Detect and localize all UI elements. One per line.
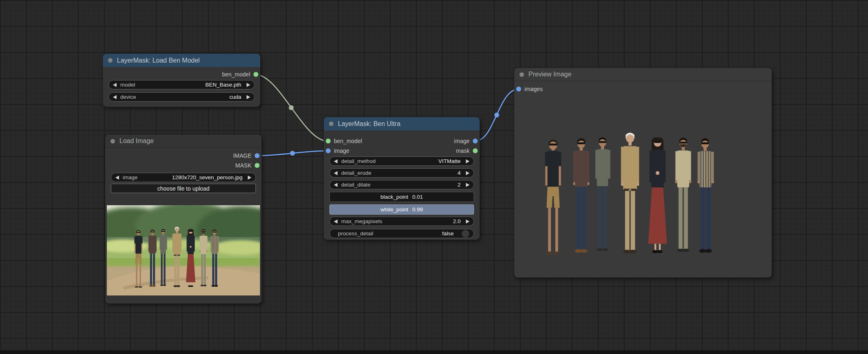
slider-black-point[interactable]: black_point 0.01 [329, 192, 474, 202]
toggle-knob-icon[interactable] [461, 230, 470, 238]
arrow-left-icon[interactable] [113, 83, 117, 87]
widget-model[interactable]: model BEN_Base.pth [108, 80, 255, 89]
widget-label: detail_erode [341, 170, 371, 176]
arrow-right-icon[interactable] [247, 95, 250, 99]
node-ben-ultra[interactable]: LayerMask: Ben Ultra ben_model image ima… [324, 117, 480, 240]
wire-midpoint-dot[interactable] [494, 113, 499, 117]
input-label: image [334, 148, 349, 154]
loaded-image-preview[interactable] [107, 205, 260, 295]
output-socket-image[interactable] [255, 153, 260, 158]
output-socket-mask[interactable] [473, 148, 478, 153]
node-title: Load Image [119, 137, 154, 145]
collapse-dot-icon[interactable] [520, 72, 524, 77]
node-title: LayerMask: Load Ben Model [117, 57, 200, 64]
widget-max-megapixels[interactable]: max_megapixels 2.0 [329, 217, 474, 226]
arrow-left-icon[interactable] [334, 219, 338, 224]
output-socket-ben-model[interactable] [253, 72, 258, 77]
widget-value: BEN_Base.pth [205, 82, 243, 88]
node-graph-canvas[interactable]: LayerMask: Load Ben Model ben_model mode… [0, 0, 868, 354]
node-load-ben-model[interactable]: LayerMask: Load Ben Model ben_model mode… [103, 54, 260, 107]
widget-value: cuda [229, 94, 243, 100]
choose-file-button[interactable]: choose file to upload [111, 184, 256, 193]
arrow-right-icon[interactable] [247, 83, 250, 87]
widget-value: 2 [457, 182, 462, 188]
collapse-dot-icon[interactable] [329, 122, 333, 126]
widget-value: 4 [457, 170, 462, 176]
slider-value: 0.99 [412, 206, 423, 213]
arrow-right-icon[interactable] [248, 176, 251, 180]
arrow-left-icon[interactable] [334, 171, 338, 175]
collapse-dot-icon[interactable] [108, 58, 113, 63]
toggle-value: false [442, 230, 455, 237]
output-socket-mask[interactable] [255, 163, 260, 168]
node-header[interactable]: LayerMask: Ben Ultra [324, 117, 480, 130]
widget-detail-dilate[interactable]: detail_dilate 2 [329, 180, 474, 189]
input-label: ben_model [334, 138, 362, 144]
arrow-left-icon[interactable] [113, 95, 117, 99]
widget-image-file[interactable]: image 1280x720_seven_person.jpg [111, 173, 256, 182]
widget-label: image [123, 174, 138, 180]
node-load-image[interactable]: Load Image IMAGE MASK image 1280x720_sev… [105, 135, 262, 304]
arrow-right-icon[interactable] [466, 171, 470, 175]
slider-value: 0.01 [412, 194, 423, 200]
widget-label: max_megapixels [341, 218, 382, 224]
cutout-seven-people [534, 122, 753, 257]
collapse-dot-icon[interactable] [110, 139, 115, 143]
node-header[interactable]: Load Image [105, 135, 262, 148]
toggle-process-detail[interactable]: process_detail false [329, 229, 474, 238]
widget-value: VITMatte [438, 158, 462, 164]
arrow-left-icon[interactable] [334, 159, 338, 163]
output-label: IMAGE [233, 152, 251, 159]
output-label: ben_model [222, 71, 250, 78]
arrow-right-icon[interactable] [466, 183, 470, 187]
toggle-label: process_detail [338, 230, 373, 237]
widget-label: device [120, 94, 136, 100]
wire-midpoint-dot[interactable] [289, 105, 294, 110]
input-socket-image[interactable] [326, 148, 331, 153]
photo-seven-people [107, 205, 260, 295]
widget-value: 1280x720_seven_person.jpg [172, 174, 244, 180]
slider-white-point[interactable]: white_point 0.99 [329, 204, 474, 215]
choose-file-label: choose file to upload [157, 185, 209, 192]
widget-label: detail_dilate [341, 182, 370, 188]
node-title: LayerMask: Ben Ultra [338, 120, 400, 128]
node-header[interactable]: Preview Image [514, 68, 772, 81]
widget-device[interactable]: device cuda [108, 92, 255, 102]
output-label: image [454, 138, 470, 144]
widget-label: detail_method [341, 158, 376, 164]
output-label: mask [456, 148, 470, 154]
node-header[interactable]: LayerMask: Load Ben Model [103, 54, 260, 67]
wire-midpoint-dot[interactable] [290, 151, 295, 156]
preview-image-output[interactable] [534, 122, 753, 257]
output-socket-image[interactable] [473, 139, 478, 143]
node-preview-image[interactable]: Preview Image images [514, 68, 772, 278]
slider-label: white_point [381, 206, 408, 213]
output-label: MASK [235, 162, 251, 169]
arrow-right-icon[interactable] [466, 159, 470, 163]
input-socket-ben-model[interactable] [326, 139, 331, 143]
input-label: images [524, 86, 543, 92]
arrow-left-icon[interactable] [334, 183, 338, 187]
arrow-right-icon[interactable] [466, 219, 470, 224]
node-title: Preview Image [528, 71, 571, 78]
widget-label: model [120, 82, 135, 88]
widget-value: 2.0 [453, 218, 462, 224]
slider-label: black_point [381, 194, 408, 200]
input-socket-images[interactable] [516, 87, 521, 91]
widget-detail-erode[interactable]: detail_erode 4 [329, 168, 474, 178]
arrow-left-icon[interactable] [115, 176, 119, 180]
widget-detail-method[interactable]: detail_method VITMatte [329, 156, 474, 166]
